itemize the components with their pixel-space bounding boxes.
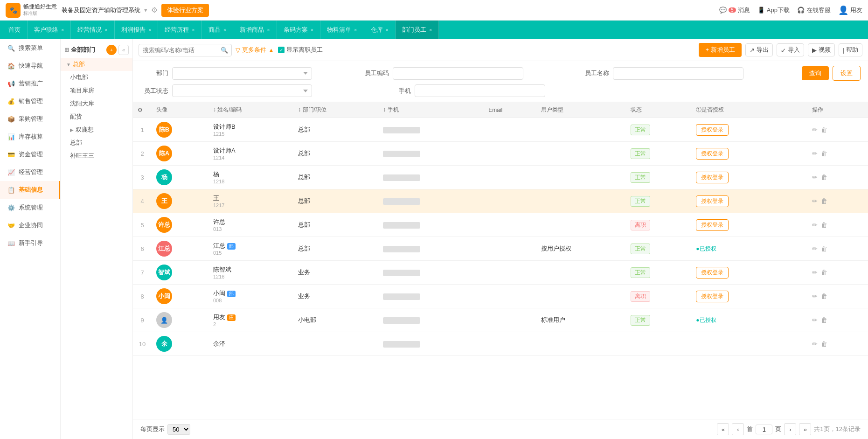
- tab-history[interactable]: 经营历程 ×: [158, 21, 201, 39]
- auth-button[interactable]: 授权登录: [696, 124, 729, 136]
- delete-btn[interactable]: 🗑: [821, 293, 827, 300]
- page-size-select[interactable]: 50: [167, 424, 190, 435]
- th-name[interactable]: ↕ 姓名/编码: [208, 102, 293, 118]
- more-filters-btn[interactable]: ▽ 更多条件 ▲: [236, 46, 274, 54]
- edit-btn[interactable]: ✏: [812, 269, 818, 276]
- auth-button[interactable]: 授权登录: [696, 172, 729, 183]
- message-item[interactable]: 💬 5 消息: [719, 6, 750, 14]
- tab-customer[interactable]: 客户联络 ×: [28, 21, 71, 39]
- delete-btn[interactable]: 🗑: [821, 245, 827, 252]
- search-submit-icon[interactable]: 🔍: [221, 47, 228, 54]
- delete-btn[interactable]: 🗑: [821, 150, 827, 157]
- page-input[interactable]: [756, 425, 772, 434]
- dept-node-shuanglu[interactable]: ▶ 双鹿想: [61, 123, 132, 136]
- dept-node-xiaodian[interactable]: 小电部: [61, 71, 132, 84]
- first-page-btn[interactable]: «: [717, 423, 729, 435]
- show-resigned-toggle[interactable]: ✓ 显示离职员工: [278, 46, 323, 54]
- online-service-item[interactable]: 🎧 在线客服: [797, 6, 831, 14]
- tab-close-bom[interactable]: ×: [354, 27, 357, 33]
- sidebar-item-finance[interactable]: 💳 资金管理: [0, 146, 60, 163]
- import-btn[interactable]: ↙ 导入: [777, 43, 804, 56]
- tab-barcode[interactable]: 条码方案 ×: [277, 21, 320, 39]
- edit-btn[interactable]: ✏: [812, 293, 818, 300]
- phone-input[interactable]: [415, 84, 545, 97]
- dropdown-icon[interactable]: ▾: [144, 7, 147, 14]
- app-download-item[interactable]: 📱 App下载: [757, 6, 790, 14]
- auth-button[interactable]: 授权登录: [696, 148, 729, 160]
- tab-goods[interactable]: 商品 ×: [202, 21, 233, 39]
- tab-close-barcode[interactable]: ×: [311, 27, 313, 33]
- tab-close-warehouse[interactable]: ×: [386, 27, 389, 33]
- tab-close-add-goods[interactable]: ×: [267, 27, 270, 33]
- tab-close-department[interactable]: ×: [429, 27, 432, 33]
- auth-button[interactable]: 授权登录: [696, 267, 729, 279]
- user-item[interactable]: 👤 用友: [838, 5, 862, 15]
- sidebar-item-enterprise[interactable]: 🤝 企业协同: [0, 216, 60, 234]
- tab-close-profit[interactable]: ×: [148, 27, 151, 33]
- th-phone[interactable]: ↕ 手机: [378, 102, 484, 118]
- last-page-btn[interactable]: »: [799, 423, 811, 435]
- sidebar-item-inventory[interactable]: 📊 库存核算: [0, 128, 60, 146]
- sidebar-item-purchase[interactable]: 📦 采购管理: [0, 110, 60, 128]
- set-btn[interactable]: 设置: [833, 66, 861, 81]
- tab-add-goods[interactable]: 新增商品 ×: [233, 21, 277, 39]
- trial-button[interactable]: 体验行业方案: [161, 4, 209, 17]
- tab-home[interactable]: 首页: [2, 21, 28, 39]
- search-input[interactable]: [139, 44, 232, 56]
- dept-collapse-btn[interactable]: «: [118, 45, 129, 55]
- th-dept[interactable]: ↕ 部门/职位: [293, 102, 378, 118]
- edit-btn[interactable]: ✏: [812, 174, 818, 181]
- tab-close-goods[interactable]: ×: [223, 27, 226, 33]
- sidebar-item-system[interactable]: ⚙️ 系统管理: [0, 199, 60, 216]
- tab-profit[interactable]: 利润报告 ×: [115, 21, 158, 39]
- sidebar-item-sales[interactable]: 💰 销售管理: [0, 92, 60, 110]
- tab-department[interactable]: 部门员工 ×: [396, 21, 439, 39]
- empcode-input[interactable]: [393, 67, 523, 80]
- tab-operations[interactable]: 经营情况 ×: [71, 21, 114, 39]
- delete-btn[interactable]: 🗑: [821, 221, 827, 229]
- sidebar-item-ops[interactable]: 📈 经营管理: [0, 163, 60, 181]
- tab-close-customer[interactable]: ×: [61, 27, 64, 33]
- sidebar-item-shortcut[interactable]: 🏠 快速导航: [0, 57, 60, 75]
- dept-node-peihuo[interactable]: 配货: [61, 110, 132, 123]
- tab-bom[interactable]: 物料清单 ×: [320, 21, 364, 39]
- empname-input[interactable]: [613, 67, 743, 80]
- edit-btn[interactable]: ✏: [812, 221, 818, 229]
- next-page-btn[interactable]: ›: [784, 423, 796, 435]
- edit-btn[interactable]: ✏: [812, 316, 818, 324]
- auth-button[interactable]: 授权登录: [696, 219, 729, 231]
- auth-button[interactable]: 授权登录: [696, 291, 729, 302]
- edit-btn[interactable]: ✏: [812, 150, 818, 157]
- edit-btn[interactable]: ✏: [812, 197, 818, 205]
- query-btn[interactable]: 查询: [802, 66, 829, 80]
- dept-add-btn[interactable]: +: [106, 45, 117, 55]
- status-select[interactable]: [172, 84, 312, 97]
- delete-btn[interactable]: 🗑: [821, 174, 827, 181]
- help-btn[interactable]: | 帮助: [839, 43, 862, 56]
- sidebar-item-search[interactable]: 🔍 搜索菜单: [0, 39, 60, 57]
- dept-node-buwangsan[interactable]: 补旺王三: [61, 149, 132, 162]
- export-btn[interactable]: ↗ 导出: [745, 43, 773, 56]
- edit-btn[interactable]: ✏: [812, 245, 818, 252]
- delete-btn[interactable]: 🗑: [821, 126, 827, 133]
- dept-select[interactable]: [172, 67, 312, 80]
- sidebar-item-basic[interactable]: 📋 基础信息: [0, 181, 60, 199]
- sidebar-item-marketing[interactable]: 📢 营销推广: [0, 75, 60, 92]
- th-settings[interactable]: ⚙: [133, 102, 152, 118]
- edit-btn[interactable]: ✏: [812, 340, 818, 348]
- delete-btn[interactable]: 🗑: [821, 316, 827, 324]
- dept-node-zongbu[interactable]: 总部: [61, 136, 132, 149]
- add-employee-btn[interactable]: + 新增员工: [699, 43, 741, 57]
- sidebar-item-guide[interactable]: 📖 新手引导: [0, 234, 60, 252]
- settings-icon[interactable]: ⚙: [151, 6, 158, 14]
- view-btn[interactable]: ▶ 视频: [808, 43, 835, 56]
- prev-page-btn[interactable]: ‹: [732, 423, 744, 435]
- dept-node-project[interactable]: 项目库房: [61, 84, 132, 97]
- tab-warehouse[interactable]: 仓库 ×: [364, 21, 396, 39]
- dept-tree-title[interactable]: ⊞ 全部部门: [64, 46, 95, 54]
- delete-btn[interactable]: 🗑: [821, 197, 827, 205]
- delete-btn[interactable]: 🗑: [821, 269, 827, 276]
- tab-close-operations[interactable]: ×: [104, 27, 107, 33]
- dept-node-hq-expand[interactable]: ▼ 总部: [61, 58, 132, 71]
- dept-node-shenyang[interactable]: 沈阳大库: [61, 97, 132, 110]
